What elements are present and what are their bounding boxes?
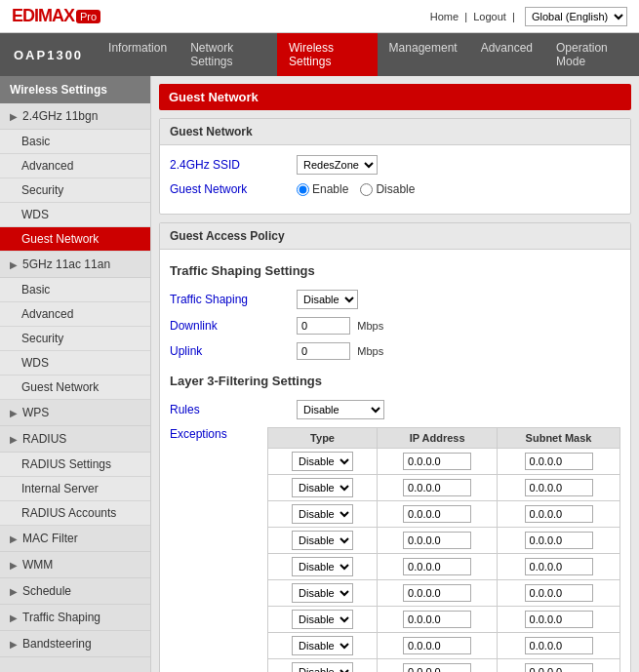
sidebar-child-basic-5g[interactable]: Basic [0,278,150,302]
sidebar-child-security-2g[interactable]: Security [0,178,150,203]
traffic-shaping-select[interactable]: Disable [297,290,358,309]
sidebar-child-security-5g[interactable]: Security [0,327,150,351]
exceptions-container: Exceptions Type IP Address Subnet Mask [170,427,620,672]
sidebar-child-wds-5g[interactable]: WDS [0,351,150,376]
nav-advanced[interactable]: Advanced [469,33,544,76]
sidebar-item-wmm[interactable]: ▶ WMM [0,552,150,578]
exceptions-ip-input-0[interactable] [403,453,471,470]
rules-select[interactable]: Disable [297,400,384,419]
downlink-row: Downlink 0 Mbps [170,317,620,335]
region-select[interactable]: Global (English) [525,7,627,26]
guest-network-section-header: Guest Network [160,119,630,145]
nav-bar: OAP1300 Information Network Settings Wir… [0,33,639,76]
table-row: Disable [268,475,620,501]
enable-label: Enable [312,182,348,196]
sidebar-mac-label: MAC Filter [22,532,78,545]
exceptions-type-select-6[interactable]: Disable [292,610,353,629]
exceptions-type-select-0[interactable]: Disable [292,452,353,471]
ssid-select[interactable]: RedesZone [297,155,378,175]
exceptions-mask-input-0[interactable] [525,453,593,470]
exceptions-mask-input-1[interactable] [525,479,593,496]
traffic-shaping-control: Disable [297,290,358,309]
exceptions-mask-input-6[interactable] [525,611,593,628]
downlink-input[interactable]: 0 [297,317,350,335]
exceptions-mask-input-5[interactable] [525,584,593,602]
sidebar-item-mac-filter[interactable]: ▶ MAC Filter [0,526,150,552]
sidebar-item-traffic-shaping[interactable]: ▶ Traffic Shaping [0,605,150,631]
home-link[interactable]: Home [430,11,459,22]
exceptions-type-select-1[interactable]: Disable [292,478,353,497]
enable-radio-label[interactable]: Enable [297,182,348,196]
sidebar-child-advanced-5g[interactable]: Advanced [0,302,150,327]
guest-network-section-content: 2.4GHz SSID RedesZone Guest Network Enab… [160,145,630,214]
exceptions-ip-input-3[interactable] [403,532,471,549]
sidebar-child-advanced-2g[interactable]: Advanced [0,154,150,178]
sidebar-child-radius-accounts[interactable]: RADIUS Accounts [0,501,150,526]
exceptions-ip-input-8[interactable] [403,663,471,672]
nav-items: Information Network Settings Wireless Se… [97,33,639,76]
table-row: Disable [268,528,620,554]
sidebar: Wireless Settings ▶ 2.4GHz 11bgn Basic A… [0,76,151,672]
sidebar-item-bandsteering[interactable]: ▶ Bandsteering [0,631,150,657]
content-area: Guest Network Guest Network 2.4GHz SSID … [151,76,639,672]
exceptions-mask-input-3[interactable] [525,532,593,549]
disable-radio-label[interactable]: Disable [360,182,415,196]
exceptions-type-select-7[interactable]: Disable [292,636,353,655]
downlink-label: Downlink [170,319,297,333]
exceptions-ip-input-4[interactable] [403,558,471,575]
exceptions-ip-input-6[interactable] [403,611,471,628]
traffic-shaping-row: Traffic Shaping Disable [170,290,620,309]
sidebar-child-wds-2g[interactable]: WDS [0,203,150,227]
guest-network-label: Guest Network [170,182,297,196]
nav-information[interactable]: Information [97,33,179,76]
sidebar-child-guestnet-2g[interactable]: Guest Network [0,227,150,252]
sidebar-item-schedule[interactable]: ▶ Schedule [0,578,150,605]
enable-radio[interactable] [297,183,309,196]
exceptions-mask-input-2[interactable] [525,505,593,523]
guest-network-section: Guest Network 2.4GHz SSID RedesZone Gues… [159,118,631,215]
sidebar-item-5ghz[interactable]: ▶ 5GHz 11ac 11an [0,252,150,278]
sidebar-child-guestnet-5g[interactable]: Guest Network [0,376,150,400]
ssid-select-wrapper: RedesZone [297,155,378,175]
exceptions-ip-input-5[interactable] [403,584,471,602]
main-container: Wireless Settings ▶ 2.4GHz 11bgn Basic A… [0,76,639,672]
disable-radio[interactable] [360,183,373,196]
nav-wireless-settings[interactable]: Wireless Settings [277,33,378,76]
sidebar-item-2ghz[interactable]: ▶ 2.4GHz 11bgn [0,103,150,130]
nav-operation-mode[interactable]: Operation Mode [544,33,639,76]
sidebar-2ghz-label: 2.4GHz 11bgn [22,109,98,123]
sidebar-item-radius[interactable]: ▶ RADIUS [0,426,150,453]
nav-network-settings[interactable]: Network Settings [179,33,277,76]
logo: EDIMAX Pro [12,6,100,26]
arrow-icon-radius: ▶ [10,434,18,445]
table-row: Disable [268,554,620,580]
exceptions-mask-input-8[interactable] [525,663,593,672]
exceptions-mask-input-7[interactable] [525,637,593,654]
nav-management[interactable]: Management [378,33,469,76]
uplink-control: 0 Mbps [297,342,383,360]
uplink-input[interactable]: 0 [297,342,350,360]
exceptions-type-select-8[interactable]: Disable [292,662,353,672]
exceptions-ip-input-2[interactable] [403,505,471,523]
exceptions-table: Type IP Address Subnet Mask DisableDisab… [267,427,620,672]
exceptions-ip-input-1[interactable] [403,479,471,496]
guest-access-content: Traffic Shaping Settings Traffic Shaping… [160,250,630,672]
exceptions-type-select-3[interactable]: Disable [292,531,353,550]
exceptions-ip-input-7[interactable] [403,637,471,654]
exceptions-mask-input-4[interactable] [525,558,593,575]
table-row: Disable [268,607,620,633]
sidebar-child-radius-settings[interactable]: RADIUS Settings [0,453,150,477]
table-row: Disable [268,580,620,607]
exceptions-type-select-5[interactable]: Disable [292,583,353,603]
guest-network-radio-group: Enable Disable [297,182,415,196]
sidebar-child-basic-2g[interactable]: Basic [0,130,150,154]
sidebar-item-wps[interactable]: ▶ WPS [0,400,150,426]
layer3-title: Layer 3-Filtering Settings [170,370,620,392]
exceptions-type-select-2[interactable]: Disable [292,504,353,524]
nav-brand: OAP1300 [0,40,97,70]
logout-link[interactable]: Logout [473,11,506,22]
arrow-icon-wps: ▶ [10,408,18,418]
uplink-unit: Mbps [357,345,383,357]
sidebar-child-internal-server[interactable]: Internal Server [0,477,150,501]
exceptions-type-select-4[interactable]: Disable [292,557,353,576]
